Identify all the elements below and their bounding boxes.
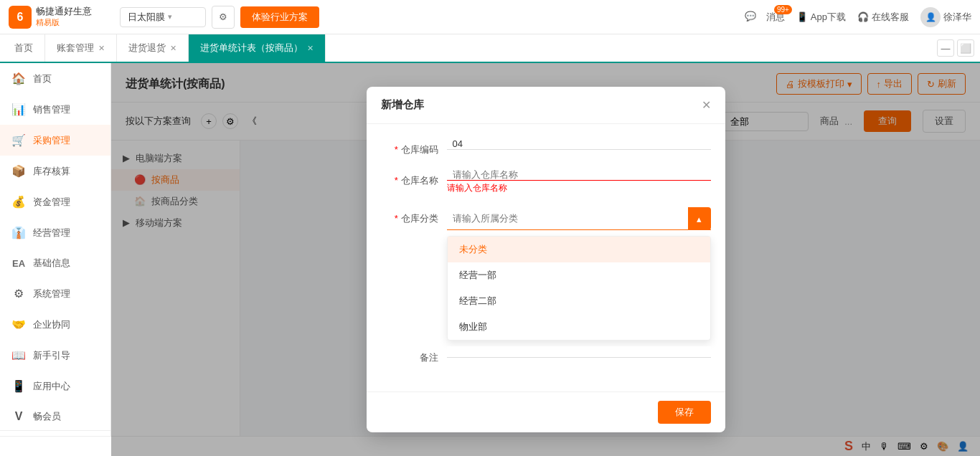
system-icon: ⚙: [11, 287, 26, 300]
user-menu[interactable]: 👤 徐泽华: [920, 7, 971, 27]
dropdown-item-dept2[interactable]: 经营二部: [448, 288, 710, 314]
apps-icon: 📱: [11, 379, 26, 393]
code-row: 仓库编码: [381, 138, 711, 156]
purchase-return-tab-label: 进货退货: [128, 42, 166, 54]
vip-icon: V: [11, 410, 26, 423]
notification-count: 99+: [774, 5, 792, 14]
category-input[interactable]: [447, 207, 711, 230]
category-toggle-btn[interactable]: ▴: [688, 207, 711, 230]
purchase-icon: 🛒: [11, 133, 26, 147]
sidebar-item-operations[interactable]: 👔 经营管理: [0, 217, 110, 248]
home-icon: 🏠: [11, 72, 26, 85]
header-center: 日太阳膜 ▾ ⚙ 体验行业方案: [120, 6, 745, 29]
accounts-tab-label: 账套管理: [57, 42, 94, 54]
username: 徐泽华: [943, 11, 971, 24]
logo-area: 6 畅捷通好生意 精易版: [9, 6, 120, 29]
notes-row: 备注: [381, 346, 711, 364]
modal-close-btn[interactable]: ✕: [702, 98, 711, 112]
sidebar: 🏠 首页 📊 销售管理 🛒 采购管理 📦 库存核算 💰 资金管理 👔 经营管理 …: [0, 63, 111, 456]
sidebar-sales-label: 销售管理: [33, 103, 70, 116]
sidebar-item-guide[interactable]: 📖 新手引导: [0, 340, 110, 371]
purchase-return-tab-close[interactable]: ✕: [170, 44, 176, 53]
sidebar-apps-label: 应用中心: [33, 380, 70, 393]
dropdown-item-property[interactable]: 物业部: [448, 314, 710, 340]
trial-button[interactable]: 体验行业方案: [240, 6, 319, 28]
sidebar-item-collab[interactable]: 🤝 企业协同: [0, 309, 110, 340]
sidebar-item-basic-info[interactable]: EA 基础信息: [0, 248, 110, 278]
store-name: 日太阳膜: [128, 11, 165, 24]
mobile-icon: 📱: [796, 11, 808, 22]
dropdown-item-dept1[interactable]: 经营一部: [448, 262, 710, 288]
notification-btn[interactable]: 💬 99+ 消息: [745, 11, 785, 24]
avatar: 👤: [920, 7, 941, 27]
tab-purchase-stats[interactable]: 进货单统计表（按商品） ✕: [189, 34, 326, 62]
sidebar-item-home[interactable]: 🏠 首页: [0, 63, 110, 94]
home-tab-label: 首页: [14, 42, 33, 54]
accounts-tab-close[interactable]: ✕: [98, 44, 105, 53]
name-input[interactable]: [447, 169, 711, 181]
purchase-stats-tab-close[interactable]: ✕: [307, 44, 314, 53]
name-label: 仓库名称: [381, 169, 438, 187]
modal-header: 新增仓库 ✕: [367, 87, 725, 124]
name-row: 仓库名称 请输入仓库名称: [381, 169, 711, 194]
sidebar-item-vip[interactable]: V 畅会员: [0, 402, 110, 432]
sidebar-system-label: 系统管理: [33, 288, 70, 300]
sidebar-item-finance[interactable]: 💰 资金管理: [0, 186, 110, 217]
sidebar-item-sales[interactable]: 📊 销售管理: [0, 94, 110, 125]
sidebar-vip-label: 畅会员: [33, 410, 61, 423]
collab-icon: 🤝: [11, 318, 26, 331]
sales-icon: 📊: [11, 103, 26, 116]
tab-home[interactable]: 首页: [3, 34, 45, 62]
operations-icon: 👔: [11, 226, 26, 239]
category-row: 仓库分类 ▴: [381, 207, 711, 230]
sidebar-guide-label: 新手引导: [33, 349, 70, 362]
store-selector[interactable]: 日太阳膜 ▾: [120, 7, 206, 27]
main-layout: 🏠 首页 📊 销售管理 🛒 采购管理 📦 库存核算 💰 资金管理 👔 经营管理 …: [0, 63, 980, 456]
tab-purchase-return[interactable]: 进货退货 ✕: [117, 34, 189, 62]
sidebar-item-system[interactable]: ⚙ 系统管理: [0, 278, 110, 309]
tabs-spacer: [326, 34, 931, 62]
logo-icon: 6: [9, 6, 32, 29]
sidebar-item-apps[interactable]: 📱 应用中心: [0, 371, 110, 402]
inventory-icon: 📦: [11, 164, 26, 178]
settings-icon[interactable]: ⚙: [212, 6, 235, 29]
notes-input[interactable]: [447, 346, 711, 358]
purchase-stats-tab-label: 进货单统计表（按商品）: [200, 42, 303, 54]
sidebar-operations-label: 经营管理: [33, 227, 70, 239]
sidebar-item-purchase[interactable]: 🛒 采购管理: [0, 125, 110, 156]
app-download-btn[interactable]: 📱 App下载: [796, 11, 846, 24]
online-service-btn[interactable]: 🎧 在线客服: [857, 11, 909, 24]
category-dropdown: 未分类 经营一部 经营二部 物业部: [447, 236, 711, 341]
tab-accounts[interactable]: 账套管理 ✕: [45, 34, 117, 62]
main-content: 进货单统计(按商品) 🖨 按模板打印 ▾ ↑ 导出 ↻ 刷新: [111, 63, 980, 456]
tabs-bar: 首页 账套管理 ✕ 进货退货 ✕ 进货单统计表（按商品） ✕ — ⬜: [0, 34, 980, 63]
tabs-controls: — ⬜: [931, 34, 980, 62]
tabs-minimize-btn[interactable]: —: [937, 39, 954, 57]
header-right: 💬 99+ 消息 📱 App下载 🎧 在线客服 👤 徐泽华: [745, 7, 971, 27]
headphone-icon: 🎧: [857, 11, 869, 22]
code-input[interactable]: [447, 138, 711, 150]
sidebar-home-label: 首页: [33, 72, 52, 85]
add-warehouse-modal: 新增仓库 ✕ 仓库编码 仓库名称: [367, 87, 725, 432]
app-name: 畅捷通好生意: [36, 6, 92, 18]
modal-overlay: 新增仓库 ✕ 仓库编码 仓库名称: [111, 63, 980, 456]
dropdown-item-uncategorized[interactable]: 未分类: [448, 237, 710, 262]
modal-footer: 保存: [367, 391, 725, 432]
save-button[interactable]: 保存: [658, 401, 711, 424]
notes-label: 备注: [381, 346, 438, 364]
modal-body: 仓库编码 仓库名称 请输入仓库名称: [367, 124, 725, 391]
chat-icon: 💬: [745, 11, 756, 24]
code-label: 仓库编码: [381, 138, 438, 156]
sidebar-inventory-label: 库存核算: [33, 165, 70, 178]
sidebar-purchase-label: 采购管理: [33, 134, 70, 147]
top-header: 6 畅捷通好生意 精易版 日太阳膜 ▾ ⚙ 体验行业方案 💬 99+ 消息 📱 …: [0, 0, 980, 34]
tabs-maximize-btn[interactable]: ⬜: [957, 39, 974, 57]
store-dropdown-icon: ▾: [168, 12, 172, 22]
sidebar-item-inventory[interactable]: 📦 库存核算: [0, 156, 110, 186]
dropdown-list: 未分类 经营一部 经营二部 物业部: [447, 236, 711, 341]
finance-icon: 💰: [11, 195, 26, 209]
sidebar-collab-label: 企业协同: [33, 318, 70, 331]
name-error-msg: 请输入仓库名称: [447, 182, 711, 194]
modal-title: 新增仓库: [381, 98, 424, 112]
sidebar-basic-info-label: 基础信息: [33, 257, 70, 270]
